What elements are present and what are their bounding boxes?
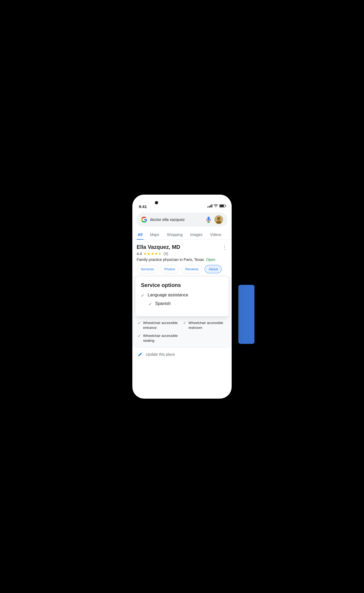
camera-dot (155, 201, 158, 204)
review-count: (9) (163, 252, 168, 256)
star-half: ★ ★ (158, 252, 162, 256)
update-row[interactable]: Update this place (132, 348, 232, 361)
scene: 9:41 (112, 183, 252, 411)
tab-all[interactable]: All (137, 230, 144, 239)
star-3: ★ (151, 252, 154, 256)
check-icon-entrance: ✓ (138, 321, 141, 325)
access-seating-label: Wheelchair accessible seating (143, 333, 181, 343)
update-label: Update this place (146, 352, 175, 356)
battery-icon (219, 204, 225, 208)
rating-row: 4.4 ★ ★ ★ ★ ★ ★ (9) (137, 252, 227, 256)
tab-images[interactable]: Images (189, 230, 203, 239)
tab-maps[interactable]: Maps (149, 230, 160, 239)
star-rating: ★ ★ ★ ★ ★ ★ (143, 252, 162, 256)
wifi-icon (214, 204, 218, 208)
check-icon-language: ✓ (141, 293, 144, 298)
more-options-icon[interactable]: ⋮ (222, 244, 227, 250)
star-4: ★ (155, 252, 158, 256)
user-avatar[interactable] (214, 215, 223, 224)
action-chips: Services Photos Reviews About (137, 265, 227, 273)
search-query: doctor ella vazquez (150, 217, 203, 222)
open-status: Open (206, 257, 215, 262)
chip-services[interactable]: Services (137, 265, 158, 273)
status-icons (208, 199, 225, 208)
search-tabs: All Maps Shopping Images Videos (132, 230, 232, 240)
check-icon-restroom: ✓ (183, 321, 186, 325)
phone-frame: 9:41 (132, 195, 232, 399)
search-bar[interactable]: doctor ella vazquez (137, 213, 227, 227)
spanish-label: Spanish (155, 301, 171, 306)
doctor-name: Ella Vazquez, MD (137, 244, 180, 250)
star-2: ★ (147, 252, 151, 256)
chip-about[interactable]: About (205, 265, 222, 273)
access-item-entrance: ✓ Wheelchair accessible entrance (138, 321, 181, 330)
spanish-item: ✓ Spanish (148, 301, 223, 307)
access-item-restroom: ✓ Wheelchair accessible restroom (183, 321, 226, 330)
check-icon-seating: ✓ (138, 334, 141, 338)
language-assistance-label: Language assistance (148, 293, 188, 297)
access-entrance-label: Wheelchair accessible entrance (143, 321, 181, 330)
status-time: 9:41 (139, 199, 147, 209)
edit-icon (138, 352, 143, 357)
tab-shopping[interactable]: Shopping (166, 230, 184, 239)
search-container: doctor ella vazquez (132, 210, 232, 230)
status-bar: 9:41 (132, 195, 232, 210)
svg-point-1 (217, 217, 220, 220)
accessibility-section: ✓ Wheelchair accessible entrance ✓ Wheel… (132, 316, 232, 348)
accessibility-grid: ✓ Wheelchair accessible entrance ✓ Wheel… (138, 321, 226, 343)
check-icon-spanish: ✓ (148, 301, 152, 307)
language-assistance-item: ✓ Language assistance (141, 293, 223, 298)
kp-description: Family practice physician in Paris, Texa… (137, 257, 227, 262)
knowledge-panel: Ella Vazquez, MD ⋮ 4.4 ★ ★ ★ ★ ★ ★ (9) (132, 240, 232, 278)
popup-title: Service options (141, 282, 223, 288)
tab-videos[interactable]: Videos (209, 230, 223, 239)
service-options-popup: Service options ✓ Language assistance ✓ … (136, 277, 228, 316)
chip-photos[interactable]: Photos (160, 265, 179, 273)
blue-accent-decoration (238, 285, 254, 344)
access-item-seating: ✓ Wheelchair accessible seating (138, 333, 181, 343)
chip-reviews[interactable]: Reviews (181, 265, 202, 273)
star-1: ★ (143, 252, 147, 256)
google-logo (141, 216, 147, 223)
rating-number: 4.4 (137, 252, 142, 256)
mic-icon[interactable] (205, 216, 212, 223)
signal-icon (208, 204, 212, 208)
access-restroom-label: Wheelchair accessible restroom (188, 321, 226, 330)
